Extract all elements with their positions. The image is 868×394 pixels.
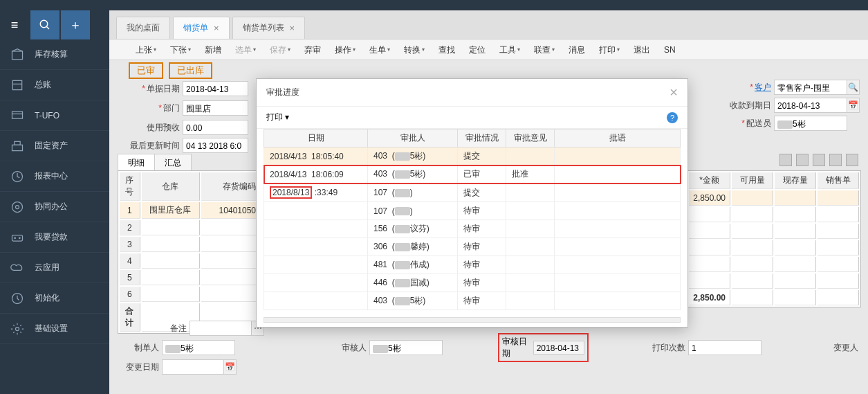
- bill-date-input[interactable]: 2018-04-13: [183, 81, 248, 96]
- add-icon[interactable]: ＋: [61, 10, 90, 39]
- sidebar-item-assets[interactable]: 固定资产: [0, 131, 109, 161]
- amount-grid[interactable]: *金额可用量现存量销售单 2,850.00 2,850.00: [687, 170, 861, 307]
- auditor-field: 审核人5彬: [325, 340, 443, 355]
- grid-tool-icon[interactable]: [779, 154, 792, 166]
- tab-sales-order[interactable]: 销货单×: [173, 17, 230, 39]
- customer-field: *客户零售客户-围里🔍: [724, 80, 860, 95]
- svg-point-14: [19, 238, 21, 239]
- tab-sales-list[interactable]: 销货单列表×: [232, 17, 306, 39]
- toolbar-弃审[interactable]: 弃审: [297, 39, 328, 60]
- col-amount: *金额: [689, 172, 730, 189]
- toolbar-生单[interactable]: 生单▾: [362, 39, 397, 60]
- calendar-icon[interactable]: 📅: [224, 359, 237, 375]
- col-ware: 仓库: [142, 172, 200, 201]
- toolbar-打印[interactable]: 打印▾: [592, 39, 627, 60]
- toolbar-操作[interactable]: 操作▾: [328, 39, 362, 60]
- sidebar-item-loan[interactable]: 我要贷款: [0, 222, 109, 253]
- grid-tool-icon[interactable]: [813, 154, 825, 166]
- svg-line-1: [46, 26, 49, 29]
- sidebar-item-ledger[interactable]: 总账: [0, 70, 109, 100]
- customer-input[interactable]: 零售客户-围里: [774, 80, 847, 95]
- toolbar-选单[interactable]: 选单▾: [228, 39, 263, 60]
- toolbar-查找[interactable]: 查找: [432, 39, 462, 60]
- toolbar-转换[interactable]: 转换▾: [397, 39, 432, 60]
- delivery-input[interactable]: 5彬: [774, 116, 847, 131]
- sidebar-label: 云应用: [35, 262, 59, 274]
- detail-grid[interactable]: 序号仓库存货编码 1围里店仓库10401050 2 3 4 5 6 合计: [118, 170, 263, 334]
- last-update-value: 04 13 2018 6:0: [183, 138, 248, 153]
- sidebar-item-reports[interactable]: 报表中心: [0, 161, 109, 192]
- detail-tab-summary[interactable]: 汇总: [154, 154, 192, 172]
- detail-tab-detail[interactable]: 明细: [118, 154, 155, 172]
- table-row: 4: [120, 253, 261, 269]
- grid-toolbar: [779, 154, 858, 166]
- print-button[interactable]: 打印 ▾: [266, 111, 289, 123]
- dept-input[interactable]: 围里店: [183, 100, 248, 116]
- approval-row: 481 (伟成)待审: [264, 256, 681, 274]
- sidebar-label: 协同办公: [35, 201, 68, 213]
- horizontal-scrollbar[interactable]: [264, 317, 681, 323]
- toolbar: 上张▾下张▾新增选单▾保存▾弃审操作▾生单▾转换▾查找定位工具▾联查▾消息打印▾…: [109, 39, 868, 60]
- col-comment: 批语: [555, 129, 681, 147]
- sidebar-label: 总账: [35, 79, 51, 91]
- receive-due-input[interactable]: 2018-04-13: [774, 98, 847, 113]
- prepay-input[interactable]: 0.00: [183, 120, 248, 135]
- title-bar: [0, 0, 868, 10]
- tab-desktop[interactable]: 我的桌面: [116, 17, 170, 39]
- sidebar-label: 固定资产: [35, 140, 68, 152]
- sidebar-item-cloud[interactable]: 云应用: [0, 253, 109, 283]
- toolbar-联查[interactable]: 联查▾: [527, 39, 562, 60]
- left-sidebar: ≡ ＋ 库存核算 总账 T-UFO 固定资产 报表中心 协同办公 我要贷款 云应…: [0, 10, 109, 394]
- toolbar-工具[interactable]: 工具▾: [492, 39, 527, 60]
- sidebar-item-collab[interactable]: 协同办公: [0, 192, 109, 222]
- remark-input[interactable]: [190, 321, 252, 336]
- toolbar-SN[interactable]: SN: [657, 39, 683, 60]
- auditor-value: 5彬: [369, 340, 443, 355]
- toolbar-定位[interactable]: 定位: [462, 39, 492, 60]
- change-date-input[interactable]: [162, 359, 224, 375]
- close-icon[interactable]: ×: [214, 23, 219, 33]
- approval-row: 107 ()待审: [264, 202, 681, 220]
- table-row: [689, 224, 859, 239]
- approval-row: 2018/4/13 18:06:09403 (5彬)已审批准: [264, 165, 681, 183]
- toolbar-上张[interactable]: 上张▾: [129, 39, 163, 60]
- sidebar-label: 我要贷款: [35, 231, 68, 243]
- menu-icon[interactable]: ≡: [0, 10, 29, 39]
- col-approver: 审批人: [368, 129, 458, 147]
- toolbar-消息[interactable]: 消息: [562, 39, 592, 60]
- toolbar-新增[interactable]: 新增: [198, 39, 228, 60]
- table-row: [689, 274, 859, 289]
- svg-rect-7: [12, 145, 23, 150]
- delivery-field: *配送员5彬: [724, 116, 860, 131]
- sidebar-item-inventory[interactable]: 库存核算: [0, 39, 109, 70]
- col-seq: 序号: [120, 172, 140, 201]
- toolbar-保存[interactable]: 保存▾: [263, 39, 297, 60]
- sidebar-item-tufo[interactable]: T-UFO: [0, 100, 109, 131]
- tab-label: 我的桌面: [127, 22, 160, 34]
- toolbar-下张[interactable]: 下张▾: [163, 39, 198, 60]
- toolbar-退出[interactable]: 退出: [627, 39, 657, 60]
- approval-row: 403 (5彬)待审: [264, 292, 681, 310]
- help-icon[interactable]: ?: [667, 112, 678, 123]
- grid-tool-icon[interactable]: [829, 154, 842, 166]
- search-icon[interactable]: [30, 10, 59, 39]
- maker-value: 5彬: [162, 340, 235, 355]
- close-icon[interactable]: ×: [670, 84, 678, 100]
- svg-point-16: [16, 327, 19, 330]
- table-row: [689, 240, 859, 256]
- remark-field: 备注⋯: [145, 321, 264, 336]
- calendar-icon[interactable]: 📅: [847, 98, 860, 113]
- sidebar-item-init[interactable]: 初始化: [0, 283, 109, 314]
- badge-out: 已出库: [169, 62, 212, 79]
- approval-grid: 日期 审批人 审批情况 审批意见 批语 2018/4/13 18:05:4040…: [264, 129, 681, 310]
- lookup-icon[interactable]: 🔍: [847, 80, 860, 95]
- grid-tool-icon[interactable]: [846, 154, 858, 166]
- bill-date-field: *单据日期2018-04-13: [118, 81, 248, 96]
- close-icon[interactable]: ×: [290, 23, 295, 33]
- svg-point-11: [16, 205, 19, 208]
- svg-rect-12: [12, 235, 23, 240]
- sidebar-item-settings[interactable]: 基础设置: [0, 314, 109, 344]
- table-row: 6: [120, 287, 261, 302]
- grid-tool-icon[interactable]: [796, 154, 809, 166]
- table-row: 1围里店仓库10401050: [120, 202, 261, 219]
